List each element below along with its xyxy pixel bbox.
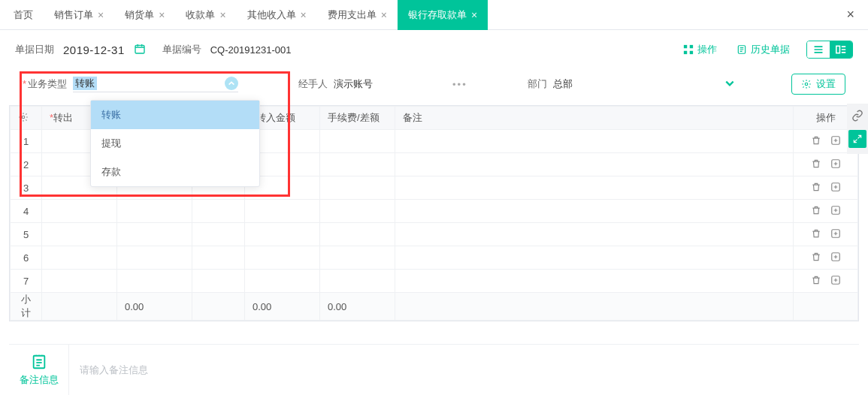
delete-icon[interactable] [806,206,826,218]
date-value[interactable]: 2019-12-31 [63,44,125,56]
side-strip [847,104,868,154]
handler-value[interactable]: 演示账号 [334,77,439,92]
close-icon[interactable]: × [219,0,225,30]
gear-icon[interactable] [11,107,42,130]
row-index: 7 [11,270,42,293]
tab-bar: 首页 销售订单× 销货单× 收款单× 其他收入单× 费用支出单× 银行存取款单×… [0,0,868,30]
doc-no-value: CQ-20191231-001 [210,44,292,56]
add-icon[interactable] [826,182,845,194]
row-index: 1 [11,130,42,153]
remark-input-wrap [69,344,859,395]
biz-type-dropdown[interactable]: 转账 [73,77,238,92]
add-icon[interactable] [826,252,845,264]
delete-icon[interactable] [806,276,826,288]
svg-rect-3 [684,51,687,54]
delete-icon[interactable] [806,252,826,264]
row-index: 4 [11,200,42,223]
remark-tab[interactable]: 备注信息 [9,344,69,395]
tab-bank-transfer[interactable]: 银行存取款单× [398,0,488,30]
tab-other-income[interactable]: 其他收入单× [237,0,317,30]
col-fee: 手续费/差额 [320,107,395,130]
svg-point-7 [805,83,808,86]
svg-rect-1 [684,45,687,48]
row-index: 2 [11,153,42,176]
close-icon[interactable]: × [301,0,307,30]
view-toggle [806,41,853,59]
handler-field: 经手人 演示账号 ••• [298,77,475,92]
add-icon[interactable] [826,276,845,288]
calendar-icon[interactable] [134,43,146,57]
tab-delivery[interactable]: 销货单× [114,0,175,30]
svg-rect-2 [690,45,693,48]
card-view-icon[interactable] [830,41,852,58]
row-index: 5 [11,223,42,246]
tab-receipt[interactable]: 收款单× [175,0,236,30]
remark-input[interactable] [80,364,848,375]
close-icon[interactable]: × [159,0,165,30]
table-row[interactable]: 5 [11,223,858,246]
add-icon[interactable] [826,159,845,171]
add-icon[interactable] [826,136,845,148]
subtotal-val-3: 0.00 [320,293,395,321]
list-view-icon[interactable] [807,41,830,58]
link-icon[interactable] [851,110,863,124]
subtotal-val-1: 0.00 [117,293,192,321]
option-withdraw[interactable]: 提现 [91,129,259,158]
table-row[interactable]: 4 [11,200,858,223]
tab-home[interactable]: 首页 [3,0,44,30]
tab-sales-order[interactable]: 销售订单× [44,0,114,30]
chevron-up-icon[interactable] [225,77,238,90]
close-all-icon[interactable]: × [846,7,854,23]
delete-icon[interactable] [806,136,826,148]
footer: 备注信息 [9,344,859,395]
add-icon[interactable] [826,206,845,218]
subtotal-label: 小计 [11,293,42,321]
doc-no-label: 单据编号 [162,43,201,56]
biz-type-field: *业务类型 转账 [23,77,238,92]
history-button[interactable]: 历史单据 [736,43,790,56]
table-row[interactable]: 6 [11,246,858,270]
chevron-down-icon[interactable] [724,78,735,91]
delete-icon[interactable] [806,229,826,241]
note-icon [31,354,47,370]
option-deposit[interactable]: 存款 [91,158,259,186]
subtotal-val-2: 0.00 [245,293,320,321]
svg-rect-0 [135,45,144,53]
option-transfer[interactable]: 转账 [91,101,259,129]
table-row[interactable]: 7 [11,270,858,293]
col-remark: 备注 [395,107,794,130]
actions-button[interactable]: 操作 [683,43,717,56]
date-label: 单据日期 [15,43,54,56]
settings-button[interactable]: 设置 [791,74,845,95]
dept-field: 部门 总部 [528,77,735,92]
more-icon[interactable]: ••• [445,79,475,90]
close-icon[interactable]: × [381,0,387,30]
close-icon[interactable]: × [471,0,477,30]
row-index: 3 [11,176,42,200]
row-index: 6 [11,246,42,270]
expand-icon[interactable] [848,130,866,148]
svg-rect-6 [836,46,840,53]
add-icon[interactable] [826,229,845,241]
document-header: 单据日期 2019-12-31 单据编号 CQ-20191231-001 操作 … [0,30,868,69]
svg-point-8 [22,116,25,119]
biz-type-options: 转账 提现 存款 [90,100,260,187]
delete-icon[interactable] [806,182,826,194]
close-icon[interactable]: × [98,0,104,30]
svg-rect-4 [690,51,693,54]
tab-expense[interactable]: 费用支出单× [317,0,398,30]
dept-value[interactable]: 总部 [553,77,658,92]
delete-icon[interactable] [806,159,826,171]
